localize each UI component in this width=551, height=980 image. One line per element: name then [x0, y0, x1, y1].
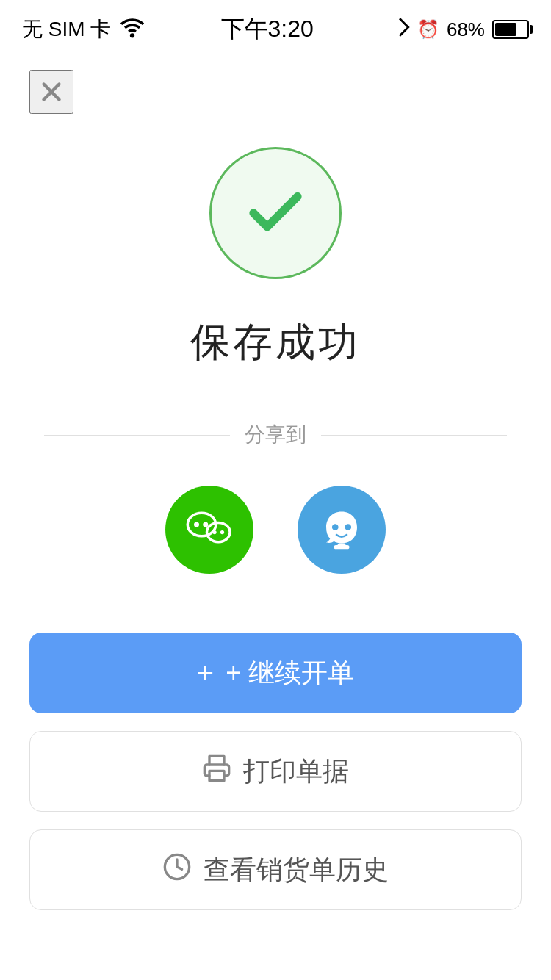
main-content: 保存成功 分享到: [0, 59, 551, 910]
action-buttons: + + 继续开单 打印单据 查看销货单历史: [0, 633, 551, 910]
success-title: 保存成功: [190, 316, 361, 370]
history-button[interactable]: 查看销货单历史: [29, 829, 522, 910]
status-time: 下午3:20: [221, 13, 314, 46]
svg-point-9: [332, 524, 339, 530]
qq-share-button[interactable]: [298, 486, 386, 574]
svg-point-7: [212, 530, 216, 534]
success-icon-circle: [209, 147, 342, 279]
svg-point-0: [132, 34, 134, 36]
svg-point-10: [345, 524, 351, 530]
continue-label: + 继续开单: [226, 655, 354, 691]
share-icons: [165, 486, 386, 574]
svg-point-8: [220, 530, 224, 534]
plus-icon: +: [197, 657, 214, 690]
carrier-text: 无 SIM 卡: [22, 15, 111, 43]
divider-left: [44, 435, 230, 436]
share-divider: 分享到: [0, 421, 551, 449]
svg-point-5: [203, 522, 208, 527]
history-label: 查看销货单历史: [204, 852, 389, 888]
print-button[interactable]: 打印单据: [29, 731, 522, 812]
share-label: 分享到: [245, 421, 306, 449]
continue-button[interactable]: + + 继续开单: [29, 633, 522, 713]
print-icon: [202, 754, 231, 790]
svg-rect-12: [338, 543, 346, 547]
status-left: 无 SIM 卡: [22, 15, 145, 45]
battery-indicator: [492, 20, 529, 39]
close-button[interactable]: [29, 70, 73, 114]
share-section: 分享到: [0, 421, 551, 574]
history-icon: [162, 852, 192, 888]
status-bar: 无 SIM 卡 下午3:20 ⏰ 68%: [0, 0, 551, 59]
alarm-icon: ⏰: [417, 19, 439, 40]
wifi-icon: [120, 15, 145, 45]
status-right: ⏰ 68%: [389, 17, 529, 43]
location-icon: [389, 17, 410, 43]
battery-percent: 68%: [447, 18, 485, 41]
print-label: 打印单据: [243, 754, 349, 790]
divider-right: [321, 435, 507, 436]
svg-point-4: [194, 522, 199, 527]
svg-rect-13: [209, 771, 224, 780]
wechat-share-button[interactable]: [165, 486, 253, 574]
